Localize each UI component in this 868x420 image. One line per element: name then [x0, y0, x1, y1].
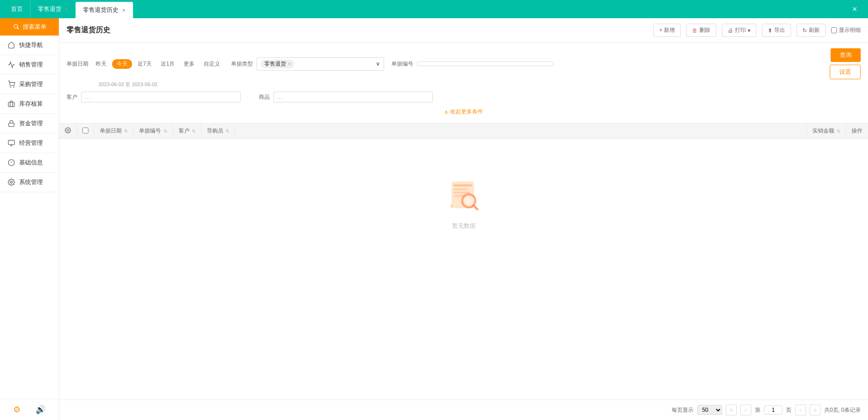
- tab-retail-return[interactable]: 零售退货 ×: [31, 0, 76, 18]
- select-all-checkbox[interactable]: [82, 128, 88, 133]
- sidebar-item-operations[interactable]: 经营管理: [0, 133, 59, 153]
- sidebar-item-purchase-mgmt[interactable]: 采购管理: [0, 75, 59, 94]
- empty-icon: [443, 175, 484, 216]
- basic-info-icon: [7, 159, 15, 167]
- main-layout: 搜索菜单 快捷导航 销售管理 采购管理 库存核算: [0, 18, 868, 420]
- empty-illustration: [443, 175, 484, 216]
- col-amount[interactable]: 实销金额 ⇅: [806, 123, 846, 139]
- doc-no-filter-item: 单据编号: [391, 60, 554, 68]
- page-go-label: 第: [755, 406, 760, 414]
- delete-button[interactable]: 🗑 删除: [686, 24, 716, 37]
- customer-input[interactable]: ...: [81, 92, 241, 102]
- settings-button[interactable]: ⚙: [13, 405, 21, 415]
- svg-rect-15: [453, 184, 472, 187]
- sidebar-item-quick-nav[interactable]: 快捷导航: [0, 36, 59, 55]
- date-filter-label: 单据日期: [67, 60, 88, 68]
- sidebar-item-system-mgmt[interactable]: 系统管理: [0, 173, 59, 192]
- doc-no-input[interactable]: [417, 61, 554, 66]
- sidebar-item-inventory[interactable]: 库存核算: [0, 94, 59, 114]
- tab-home[interactable]: 首页: [4, 0, 31, 18]
- inventory-icon: [7, 100, 15, 108]
- sidebar-item-basic-info[interactable]: 基础信息: [0, 153, 59, 173]
- page-size-label: 每页显示: [672, 406, 693, 414]
- doc-type-tag-close[interactable]: ×: [288, 61, 291, 67]
- window-close-button[interactable]: ×: [848, 3, 861, 16]
- goods-input[interactable]: ...: [273, 92, 433, 102]
- sidebar-bottom: ⚙ 🔊: [0, 399, 59, 420]
- svg-rect-5: [9, 123, 14, 126]
- prev-page-button[interactable]: ‹: [740, 405, 751, 415]
- table-header: 单据日期 ⇅ 单据编号 ⇅ 客户 ⇅ 导购员 ⇅: [59, 123, 868, 139]
- svg-rect-6: [8, 140, 14, 144]
- customer-label: 客户: [67, 93, 77, 101]
- audio-button[interactable]: 🔊: [36, 405, 46, 415]
- new-button[interactable]: + 新增: [653, 24, 681, 37]
- purchase-icon: [7, 80, 15, 88]
- date-btn-1month[interactable]: 近1月: [157, 59, 179, 69]
- filter-row-2: 客户 ... 商品 ...: [67, 92, 861, 102]
- doc-no-label: 单据编号: [391, 60, 413, 68]
- doc-no-sort-icon: ⇅: [164, 128, 167, 133]
- refresh-button[interactable]: ↻ 刷新: [796, 24, 826, 37]
- show-detail-checkbox[interactable]: [831, 27, 837, 33]
- date-btn-7days[interactable]: 近7天: [134, 59, 155, 69]
- customer-placeholder: ...: [85, 94, 90, 100]
- first-page-button[interactable]: «: [726, 405, 737, 415]
- amount-sort-icon: ⇅: [837, 128, 840, 133]
- col-check[interactable]: [77, 123, 94, 139]
- top-bar-right: ×: [848, 3, 868, 16]
- doc-type-dropdown-icon: ∨: [376, 61, 380, 67]
- svg-point-0: [14, 25, 17, 28]
- svg-point-12: [10, 181, 12, 183]
- date-btn-custom[interactable]: 自定义: [200, 59, 224, 69]
- finance-icon: [7, 119, 15, 128]
- collapse-button[interactable]: ∧ 收起更多条件: [439, 106, 488, 118]
- sidebar: 搜索菜单 快捷导航 销售管理 采购管理 库存核算: [0, 18, 59, 420]
- col-guide[interactable]: 导购员 ⇅: [201, 123, 235, 139]
- next-page-button[interactable]: ›: [795, 405, 806, 415]
- svg-line-21: [473, 205, 477, 210]
- goods-label: 商品: [259, 93, 270, 101]
- date-btn-more[interactable]: 更多: [180, 59, 198, 69]
- filter-row-1: 单据日期 昨天 今天 近7天 近1月 更多 自定义 单据类型: [67, 48, 861, 79]
- tab-retail-return-history-close[interactable]: ×: [122, 7, 125, 13]
- export-button[interactable]: ⬆ 导出: [762, 24, 791, 37]
- date-btn-today[interactable]: 今天: [112, 59, 132, 69]
- query-button[interactable]: 查询: [831, 48, 861, 62]
- system-icon: [7, 178, 15, 186]
- print-dropdown-icon: ▾: [748, 27, 750, 34]
- col-doc-no[interactable]: 单据编号 ⇅: [134, 123, 173, 139]
- sidebar-search[interactable]: 搜索菜单: [0, 18, 59, 36]
- svg-rect-17: [453, 192, 470, 194]
- quick-nav-icon: [7, 41, 15, 49]
- sidebar-item-sales-mgmt[interactable]: 销售管理: [0, 55, 59, 75]
- table-settings-icon: [65, 127, 71, 133]
- pagination-summary: 共0页, 0条记录: [824, 406, 861, 414]
- page-title: 零售退货历史: [67, 26, 110, 41]
- page-size-select[interactable]: 10 20 50 100: [697, 405, 722, 415]
- print-button[interactable]: 🖨 打印 ▾: [722, 24, 756, 37]
- data-table: 单据日期 ⇅ 单据编号 ⇅ 客户 ⇅ 导购员 ⇅: [59, 123, 868, 266]
- sidebar-item-finance[interactable]: 资金管理: [0, 114, 59, 133]
- tab-retail-return-history[interactable]: 零售退货历史 ×: [76, 2, 133, 18]
- customer-sort-icon: ⇅: [192, 128, 195, 133]
- page-number-input[interactable]: [764, 405, 782, 415]
- tab-retail-return-close[interactable]: ×: [65, 6, 68, 12]
- header-actions: + 新增 🗑 删除 🖨 打印 ▾ ⬆ 导出 ↻ 刷新: [653, 24, 861, 42]
- empty-state: 暂无数据: [59, 139, 868, 266]
- refresh-icon: ↻: [802, 27, 807, 34]
- date-filter-item: 单据日期 昨天 今天 近7天 近1月 更多 自定义: [67, 59, 224, 69]
- col-settings[interactable]: [59, 123, 77, 139]
- col-customer[interactable]: 客户 ⇅: [173, 123, 201, 139]
- doc-type-select[interactable]: 零售退货 × ∨: [257, 57, 384, 71]
- table-area: 单据日期 ⇅ 单据编号 ⇅ 客户 ⇅ 导购员 ⇅: [59, 123, 868, 400]
- col-doc-date[interactable]: 单据日期 ⇅: [94, 123, 134, 139]
- empty-text: 暂无数据: [452, 222, 476, 230]
- print-icon: 🖨: [728, 27, 733, 34]
- last-page-button[interactable]: »: [810, 405, 821, 415]
- date-range-display: 2023-06-02 至 2023-06-02: [98, 81, 861, 88]
- filter-area: 单据日期 昨天 今天 近7天 近1月 更多 自定义 单据类型: [59, 43, 868, 123]
- show-detail-label: 显示明细: [831, 26, 861, 34]
- date-btn-yesterday[interactable]: 昨天: [92, 59, 110, 69]
- set-button[interactable]: 设置: [830, 65, 861, 79]
